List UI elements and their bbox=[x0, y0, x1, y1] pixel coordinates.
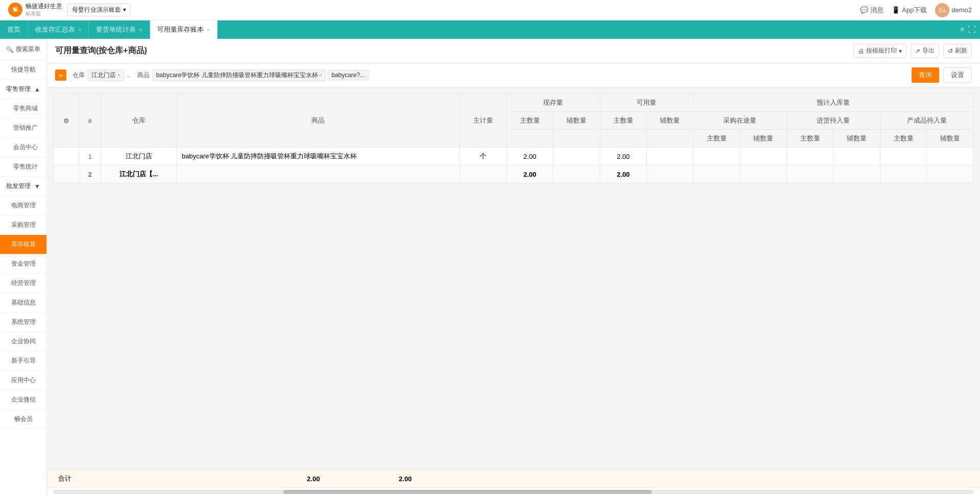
user-menu[interactable]: Ea demo2 bbox=[935, 3, 972, 17]
settings-btn[interactable]: 设置 bbox=[943, 67, 972, 83]
row1-settings bbox=[54, 148, 79, 166]
col-forecast-group-header: 预计入库量 bbox=[693, 94, 973, 112]
sidebar-item-enterprise-wechat[interactable]: 企业微信 bbox=[0, 390, 46, 410]
print-chevron-icon: ▾ bbox=[899, 48, 902, 55]
sidebar-item-member[interactable]: 会员中心 bbox=[0, 138, 46, 157]
page-header: 可用量查询(按仓库+商品) 🖨 按模板打印 ▾ ↗ 导出 ↺ 刷新 bbox=[47, 39, 980, 63]
page-actions: 🖨 按模板打印 ▾ ↗ 导出 ↺ 刷新 bbox=[853, 44, 972, 58]
row1-product: babycare学饮杯 儿童防摔防撞吸管杯重力球吸嘴杯宝宝水杯 bbox=[177, 148, 460, 166]
row2-pur-main bbox=[693, 166, 740, 183]
retail-label: 零售管理 bbox=[6, 85, 31, 93]
col-warehouse-header: 仓库 bbox=[101, 94, 177, 148]
tab-available[interactable]: 可用量库存账本 × bbox=[150, 20, 217, 39]
col-s-main-sub bbox=[506, 130, 553, 148]
row2-prod-aux bbox=[927, 166, 974, 183]
summary-stock-main: 2.00 bbox=[288, 475, 339, 483]
col-product-header: 商品 bbox=[177, 94, 460, 148]
tab-home[interactable]: 首页 bbox=[0, 20, 28, 39]
sidebar-item-member2[interactable]: 畅会员 bbox=[0, 410, 46, 429]
message-btn[interactable]: 💬 消息 bbox=[860, 6, 884, 15]
row1-prod-aux bbox=[927, 148, 974, 166]
brand-icon: 畅 bbox=[8, 3, 22, 17]
product-tags: babycare学饮杯 儿童防摔防撞吸管杯重力球吸嘴杯宝宝水杯 × babyca… bbox=[153, 69, 369, 81]
tab-bar: 首页 收发存汇总表 × 要货单统计表 × 可用量库存账本 × × ⛶ bbox=[0, 20, 980, 39]
tab-order-close[interactable]: × bbox=[139, 27, 142, 33]
sidebar-item-system[interactable]: 系统管理 bbox=[0, 313, 46, 332]
row1-pur-main bbox=[693, 148, 740, 166]
warehouse-tag-close[interactable]: × bbox=[117, 73, 120, 78]
tab-receive[interactable]: 收发存汇总表 × bbox=[28, 20, 89, 39]
export-icon: ↗ bbox=[915, 48, 920, 55]
scrollbar-area bbox=[47, 487, 980, 496]
quick-nav-label: 快捷导航 bbox=[11, 65, 36, 74]
tab-bar-actions: × ⛶ bbox=[960, 25, 980, 34]
sidebar-item-inventory[interactable]: 库存核算 bbox=[0, 235, 46, 254]
row2-inc-aux bbox=[834, 166, 880, 183]
sidebar-item-newbie[interactable]: 新手引导 bbox=[0, 351, 46, 371]
product-tag-1-close[interactable]: × bbox=[320, 73, 323, 78]
fullscreen-icon[interactable]: ⛶ bbox=[968, 25, 976, 34]
close-all-icon[interactable]: × bbox=[960, 25, 965, 34]
sidebar-item-quick-nav[interactable]: 快捷导航 bbox=[0, 60, 46, 80]
col-purchase-group: 采购在途量 bbox=[693, 112, 787, 130]
sidebar-item-wholesale[interactable]: 批发管理 ▼ bbox=[0, 177, 46, 196]
col-available-main: 主数量 bbox=[600, 112, 647, 130]
brand-subtitle: 标准版 bbox=[26, 10, 62, 17]
tab-receive-close[interactable]: × bbox=[78, 27, 81, 33]
top-bar-right: 💬 消息 📱 App下载 Ea demo2 bbox=[860, 3, 972, 17]
sidebar-item-retail-mall[interactable]: 零售商城 bbox=[0, 99, 46, 119]
sidebar-item-basic[interactable]: 基础信息 bbox=[0, 293, 46, 313]
summary-label: 合计 bbox=[53, 474, 288, 483]
app-download-btn[interactable]: 📱 App下载 bbox=[892, 6, 927, 15]
store-selector[interactable]: 母婴行业演示账套 ▾ bbox=[67, 4, 131, 16]
main-layout: 🔍 搜索菜单 快捷导航 零售管理 ▲ 零售商城 营销推广 会员中心 零售统计 批… bbox=[0, 39, 980, 496]
sidebar-item-purchase[interactable]: 采购管理 bbox=[0, 216, 46, 235]
warehouse-more[interactable]: ... bbox=[126, 72, 131, 79]
sidebar-item-retail-stat[interactable]: 零售统计 bbox=[0, 157, 46, 177]
row2-warehouse: 江北门店【... bbox=[101, 166, 177, 183]
phone-icon: 📱 bbox=[892, 6, 900, 14]
filter-expand-btn[interactable]: » bbox=[55, 69, 66, 81]
filter-bar: » 仓库 江北门店 × ... 商品 babycare学饮杯 儿童防摔防撞吸管杯… bbox=[47, 63, 980, 87]
col-settings-header: ⚙ bbox=[54, 94, 79, 148]
sidebar-item-enterprise[interactable]: 企业协同 bbox=[0, 332, 46, 351]
sidebar-item-app-center[interactable]: 应用中心 bbox=[0, 371, 46, 390]
tab-receive-label: 收发存汇总表 bbox=[35, 25, 75, 34]
search-menu-btn[interactable]: 🔍 搜索菜单 bbox=[4, 43, 42, 56]
print-btn[interactable]: 🖨 按模板打印 ▾ bbox=[853, 44, 906, 58]
table-row: 2 江北门店【... 2.00 2.00 bbox=[54, 166, 974, 183]
message-icon: 💬 bbox=[860, 6, 868, 14]
row1-index: 1 bbox=[79, 148, 101, 166]
warehouse-label: 仓库 bbox=[72, 71, 85, 80]
row1-prod-main bbox=[880, 148, 927, 166]
export-btn[interactable]: ↗ 导出 bbox=[911, 44, 939, 58]
query-btn[interactable]: 查询 bbox=[912, 67, 939, 83]
refresh-btn[interactable]: ↺ 刷新 bbox=[943, 44, 972, 58]
col-prod-main: 主数量 bbox=[880, 130, 927, 148]
row1-stock-main: 2.00 bbox=[506, 148, 553, 166]
content-area: 可用量查询(按仓库+商品) 🖨 按模板打印 ▾ ↗ 导出 ↺ 刷新 » bbox=[47, 39, 980, 496]
sidebar-item-marketing[interactable]: 营销推广 bbox=[0, 119, 46, 138]
warehouse-filter: 仓库 江北门店 × ... bbox=[72, 69, 131, 81]
tab-order[interactable]: 要货单统计表 × bbox=[89, 20, 150, 39]
col-s-aux-sub bbox=[553, 130, 600, 148]
col-stock-group-header: 现存量 bbox=[506, 94, 600, 112]
table-row: 1 江北门店 babycare学饮杯 儿童防摔防撞吸管杯重力球吸嘴杯宝宝水杯 个… bbox=[54, 148, 974, 166]
sidebar-item-ecommerce[interactable]: 电商管理 bbox=[0, 196, 46, 216]
row2-settings bbox=[54, 166, 79, 183]
print-icon: 🖨 bbox=[858, 48, 864, 55]
top-bar: 畅 畅捷通好生意 标准版 母婴行业演示账套 ▾ 💬 消息 📱 App下载 Ea … bbox=[0, 0, 980, 20]
row1-pur-aux bbox=[740, 148, 787, 166]
arrow-down-icon: ▼ bbox=[34, 183, 40, 190]
row2-stock-main: 2.00 bbox=[506, 166, 553, 183]
sidebar-search-area: 🔍 搜索菜单 bbox=[0, 39, 46, 60]
sidebar-item-finance[interactable]: 资金管理 bbox=[0, 254, 46, 274]
refresh-icon: ↺ bbox=[948, 48, 953, 55]
table-wrapper: ⚙ # 仓库 商品 主计量 现存量 可用量 预计入库量 主数量 辅数量 主数量 … bbox=[47, 87, 980, 469]
col-a-main-sub bbox=[600, 130, 647, 148]
sidebar-item-retail[interactable]: 零售管理 ▲ bbox=[0, 80, 46, 99]
tab-available-close[interactable]: × bbox=[207, 27, 210, 33]
product-filter: 商品 babycare学饮杯 儿童防摔防撞吸管杯重力球吸嘴杯宝宝水杯 × bab… bbox=[137, 69, 369, 81]
sidebar-item-operations[interactable]: 经营管理 bbox=[0, 274, 46, 293]
col-inc-main: 主数量 bbox=[787, 130, 834, 148]
